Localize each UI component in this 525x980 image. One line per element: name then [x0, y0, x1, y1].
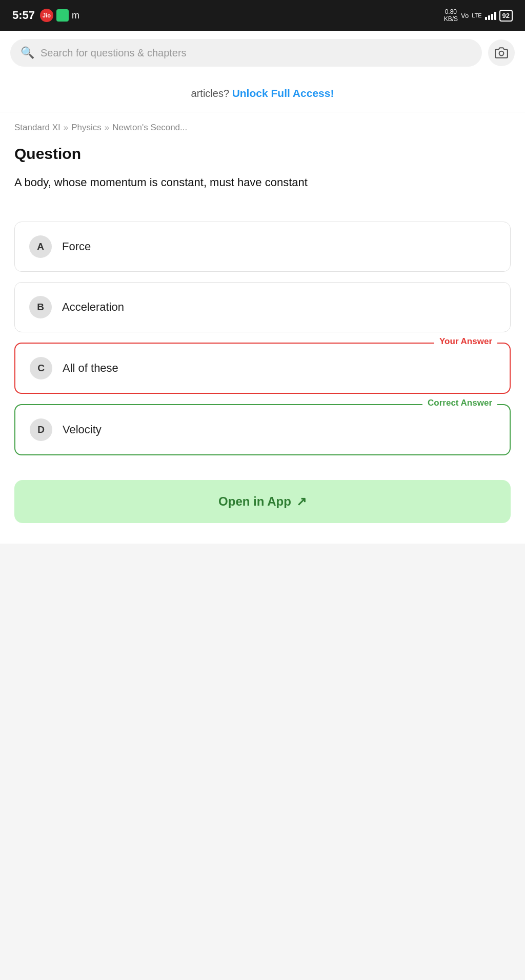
speed-value: 0.80: [444, 8, 458, 15]
breadcrumb-chapter[interactable]: Newton's Second...: [112, 123, 187, 133]
battery-indicator: 92: [499, 10, 513, 22]
option-a-letter: A: [29, 235, 52, 258]
breadcrumb: Standard XI » Physics » Newton's Second.…: [14, 123, 511, 133]
search-bar[interactable]: 🔍 Search for questions & chapters: [10, 39, 482, 67]
bottom-spacer: [0, 523, 525, 544]
battery-value: 92: [502, 12, 510, 19]
camera-button[interactable]: [488, 39, 515, 66]
signal-bar-1: [485, 17, 487, 20]
speed-unit: KB/S: [444, 15, 458, 23]
network-type: Vo: [461, 12, 469, 19]
signal-bars: [485, 11, 496, 20]
app-icon: [56, 9, 69, 22]
status-bar: 5:57 Jio m 0.80 KB/S Vo LTE 92: [0, 0, 525, 31]
correct-answer-badge: Correct Answer: [422, 398, 497, 408]
open-app-button[interactable]: Open in App ↗: [14, 480, 511, 523]
option-c-letter: C: [30, 357, 52, 379]
m-label: m: [72, 10, 79, 21]
options-container: A Force B Acceleration Your Answer C All…: [0, 222, 525, 470]
search-icon: 🔍: [21, 46, 34, 59]
option-d-text: Velocity: [63, 423, 102, 436]
signal-bar-4: [494, 12, 496, 20]
signal-bar-2: [488, 15, 490, 20]
option-c[interactable]: Your Answer C All of these: [14, 343, 511, 394]
breadcrumb-subject[interactable]: Physics: [71, 123, 102, 133]
status-icons: Jio m: [40, 9, 79, 22]
search-container: 🔍 Search for questions & chapters: [0, 31, 525, 75]
camera-icon: [495, 46, 508, 59]
lte-label: LTE: [472, 12, 481, 18]
option-b[interactable]: B Acceleration: [14, 282, 511, 332]
your-answer-badge: Your Answer: [434, 336, 497, 347]
option-c-text: All of these: [63, 362, 118, 375]
option-d[interactable]: Correct Answer D Velocity: [14, 404, 511, 455]
question-section: Question A body, whose momentum is const…: [0, 139, 525, 222]
open-app-arrow: ↗: [296, 494, 307, 509]
svg-point-0: [499, 51, 504, 56]
main-content: articles? Unlock Full Access! Standard X…: [0, 75, 525, 544]
breadcrumb-sep-2: »: [105, 123, 109, 133]
open-app-section: Open in App ↗: [0, 470, 525, 523]
option-b-letter: B: [29, 296, 52, 318]
speed-info: 0.80 KB/S: [444, 8, 458, 23]
option-a-text: Force: [62, 240, 91, 253]
status-left: 5:57 Jio m: [12, 9, 79, 22]
unlock-banner: articles? Unlock Full Access!: [0, 75, 525, 112]
open-app-label: Open in App: [218, 494, 291, 509]
breadcrumb-standard[interactable]: Standard XI: [14, 123, 60, 133]
question-text: A body, whose momentum is constant, must…: [14, 174, 511, 191]
question-label: Question: [14, 145, 511, 163]
status-time: 5:57: [12, 9, 35, 22]
option-d-letter: D: [30, 418, 52, 441]
status-right: 0.80 KB/S Vo LTE 92: [444, 8, 513, 23]
search-placeholder-text: Search for questions & chapters: [41, 47, 472, 59]
breadcrumb-sep-1: »: [64, 123, 68, 133]
signal-bar-3: [491, 14, 493, 20]
banner-text: articles?: [191, 88, 229, 99]
option-b-text: Acceleration: [62, 301, 124, 314]
unlock-link[interactable]: Unlock Full Access!: [232, 87, 334, 99]
breadcrumb-section: Standard XI » Physics » Newton's Second.…: [0, 112, 525, 139]
option-a[interactable]: A Force: [14, 222, 511, 272]
jio-icon: Jio: [40, 9, 53, 22]
